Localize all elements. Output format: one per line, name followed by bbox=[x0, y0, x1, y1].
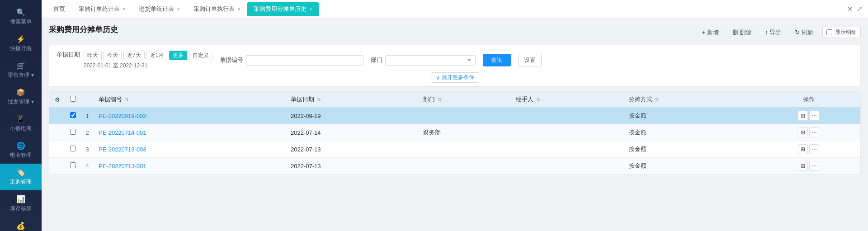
edit-icon[interactable]: ⊞ bbox=[798, 127, 808, 137]
edit-icon[interactable]: ⊞ bbox=[798, 111, 808, 121]
table-row: 2 PE-20220714-001 2022-07-14 财务部 按金额 ⊞ ⋯ bbox=[49, 124, 860, 141]
tab-label: 采购订单统计表 bbox=[79, 5, 120, 13]
more-icon[interactable]: ⋯ bbox=[809, 127, 819, 137]
sidebar-item-inventory[interactable]: 📊库存核算 bbox=[0, 190, 42, 217]
td-handler bbox=[511, 158, 624, 174]
row-checkbox[interactable] bbox=[70, 146, 76, 151]
td-rownum: 4 bbox=[80, 158, 94, 174]
refresh-button[interactable]: ↻ 刷新 bbox=[790, 27, 818, 38]
sidebar-item-wholesale[interactable]: 📦批发管理 ▾ bbox=[0, 84, 42, 110]
th-dept[interactable]: 部门 ⇅ bbox=[419, 92, 511, 108]
td-dept bbox=[419, 158, 511, 174]
td-checkbox[interactable] bbox=[66, 158, 80, 174]
td-docdate: 2022-09-19 bbox=[286, 108, 419, 124]
search-icon: 🔍 bbox=[16, 8, 25, 17]
td-rownum: 3 bbox=[80, 141, 94, 158]
maximize-window-icon[interactable]: ⤢ bbox=[857, 5, 863, 13]
delete-button[interactable]: 删 删除 bbox=[728, 27, 756, 38]
td-gear bbox=[49, 108, 66, 124]
sidebar-item-label: 快捷导航 bbox=[10, 45, 32, 52]
filter-area: 单据日期 昨天 今天 近7天 近1月 更多 自定义 2022-01-01 至 2… bbox=[49, 45, 861, 87]
sidebar-item-purchase[interactable]: 🏷️采购管理 bbox=[0, 164, 42, 190]
page-title: 采购费用分摊单历史 bbox=[49, 24, 118, 35]
date-custom[interactable]: 自定义 bbox=[189, 51, 212, 60]
row-checkbox[interactable] bbox=[70, 162, 76, 168]
more-icon[interactable]: ⋯ bbox=[809, 111, 819, 121]
th-docdate[interactable]: 单据日期 ⇅ bbox=[286, 92, 419, 108]
close-window-icon[interactable]: ✕ bbox=[847, 5, 853, 13]
td-dept bbox=[419, 141, 511, 158]
tab-inbound-summary[interactable]: 进货单统计表× bbox=[132, 2, 186, 16]
more-icon[interactable]: ⋯ bbox=[809, 144, 819, 154]
ecommerce-icon: 🌐 bbox=[16, 141, 25, 150]
td-docdate: 2022-07-13 bbox=[286, 141, 419, 158]
docno-link[interactable]: PE-20220919-002 bbox=[99, 113, 146, 119]
sort-docdate-icon: ⇅ bbox=[317, 97, 321, 102]
add-button[interactable]: + 新增 bbox=[697, 27, 723, 38]
tab-close-icon[interactable]: × bbox=[237, 6, 240, 12]
td-gear bbox=[49, 124, 66, 141]
td-splitmethod: 按金额 bbox=[624, 108, 757, 124]
date-more[interactable]: 更多 bbox=[169, 51, 187, 60]
show-cols-toggle[interactable]: 显示明细 bbox=[822, 27, 861, 38]
sidebar-item-label: 采购管理 bbox=[10, 178, 32, 186]
td-checkbox[interactable] bbox=[66, 124, 80, 141]
row-checkbox[interactable] bbox=[70, 129, 76, 135]
filter-row: 单据日期 昨天 今天 近7天 近1月 更多 自定义 2022-01-01 至 2… bbox=[57, 51, 853, 70]
show-cols-checkbox[interactable] bbox=[826, 29, 832, 35]
edit-icon[interactable]: ⊞ bbox=[798, 161, 808, 171]
dept-select[interactable] bbox=[385, 55, 476, 66]
td-docdate: 2022-07-13 bbox=[286, 158, 419, 174]
td-gear bbox=[49, 158, 66, 174]
tab-purchase-cost-hist[interactable]: 采购费用分摊单历史× bbox=[247, 2, 318, 16]
expand-chevron-icon: ∨ bbox=[436, 75, 440, 81]
tab-home[interactable]: 首页 bbox=[47, 2, 71, 16]
sidebar-item-label: 库存核算 bbox=[10, 205, 32, 212]
td-dept: 财务部 bbox=[419, 124, 511, 141]
td-handler bbox=[511, 141, 624, 158]
table-row: 3 PE-20220713-003 2022-07-13 按金额 ⊞ ⋯ bbox=[49, 141, 860, 158]
tab-close-icon[interactable]: × bbox=[177, 6, 179, 12]
table-header-row: ⚙ 单据编号 ⇅ 单据日期 ⇅ 部门 ⇅ 经手人 ⇅ 分摊方式 ⇅ 操作 bbox=[49, 92, 860, 108]
th-handler[interactable]: 经手人 ⇅ bbox=[511, 92, 624, 108]
th-splitmethod[interactable]: 分摊方式 ⇅ bbox=[624, 92, 757, 108]
query-button[interactable]: 查询 bbox=[483, 54, 511, 66]
table-row: 1 PE-20220919-002 2022-09-19 按金额 ⊞ ⋯ bbox=[49, 108, 860, 124]
tab-purchase-exec[interactable]: 采购订单执行表× bbox=[187, 2, 246, 16]
sidebar-item-finance[interactable]: 💰资金管理 bbox=[0, 217, 42, 231]
docno-link[interactable]: PE-20220714-001 bbox=[99, 129, 146, 136]
sidebar-item-ecommerce[interactable]: 🌐电商管理 bbox=[0, 137, 42, 164]
tab-close-icon[interactable]: × bbox=[123, 6, 125, 12]
td-checkbox[interactable] bbox=[66, 108, 80, 124]
dept-label: 部门 bbox=[371, 56, 382, 64]
date-today[interactable]: 今天 bbox=[104, 51, 122, 60]
edit-icon[interactable]: ⊞ bbox=[798, 144, 808, 154]
more-icon[interactable]: ⋯ bbox=[809, 161, 819, 171]
sidebar-item-shortcut[interactable]: ⚡快捷导航 bbox=[0, 30, 42, 57]
date-7days[interactable]: 近7天 bbox=[123, 51, 145, 60]
expand-button[interactable]: ∨ 展开更多条件 bbox=[431, 72, 479, 83]
date-1month[interactable]: 近1月 bbox=[146, 51, 168, 60]
tab-purchase-summary[interactable]: 采购订单统计表× bbox=[72, 2, 132, 16]
sidebar-item-search[interactable]: 🔍搜索菜单 bbox=[0, 4, 42, 30]
row-checkbox[interactable] bbox=[70, 112, 76, 118]
finance-icon: 💰 bbox=[16, 222, 25, 230]
date-yesterday[interactable]: 昨天 bbox=[84, 51, 102, 60]
td-checkbox[interactable] bbox=[66, 141, 80, 158]
docno-link[interactable]: PE-20220713-003 bbox=[99, 146, 146, 153]
select-all-checkbox[interactable] bbox=[70, 96, 76, 102]
docno-link[interactable]: PE-20220713-001 bbox=[99, 163, 146, 170]
page-area: 采购费用分摊单历史 + 新增 删 删除 ↑ 导出 ↻ 刷新 显示明细 单据日期 bbox=[42, 18, 868, 231]
td-gear bbox=[49, 141, 66, 158]
docno-input[interactable] bbox=[246, 55, 363, 66]
filter-settings-button[interactable]: 设置 bbox=[518, 54, 542, 66]
sidebar-item-retail[interactable]: 🛒零售管理 ▾ bbox=[0, 57, 42, 84]
td-splitmethod: 按金额 bbox=[624, 158, 757, 174]
th-settings[interactable]: ⚙ bbox=[49, 92, 66, 108]
tab-close-icon[interactable]: × bbox=[309, 6, 312, 12]
th-docno[interactable]: 单据编号 ⇅ bbox=[94, 92, 286, 108]
export-button[interactable]: ↑ 导出 bbox=[760, 27, 786, 38]
dept-filter-group: 部门 bbox=[371, 55, 476, 66]
sidebar-item-mini[interactable]: 📱小畅电商 bbox=[0, 110, 42, 137]
th-checkbox bbox=[66, 92, 80, 108]
